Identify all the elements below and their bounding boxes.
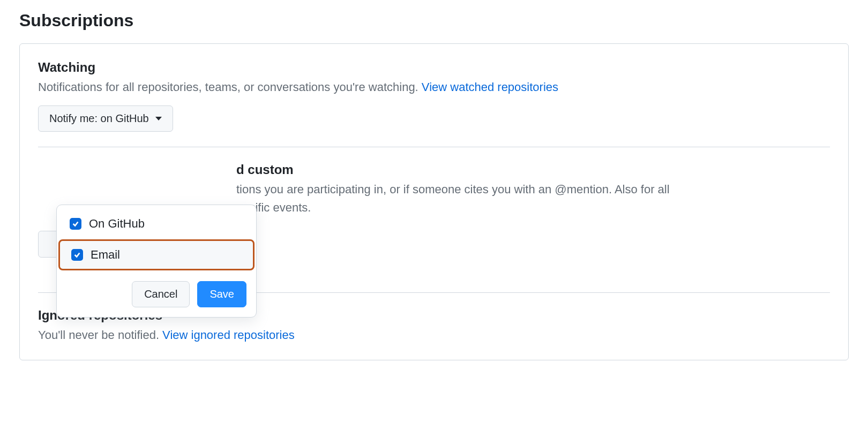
view-ignored-repos-link[interactable]: View ignored repositories [162, 328, 295, 342]
cancel-button[interactable]: Cancel [132, 281, 190, 307]
page-title: Subscriptions [19, 11, 849, 31]
checkbox-checked-icon [71, 249, 83, 261]
popover-actions: Cancel Save [57, 274, 256, 317]
ignored-desc-text: You'll never be notified. [38, 328, 162, 342]
caret-down-icon [155, 117, 162, 120]
section-divider [38, 147, 830, 147]
save-button[interactable]: Save [197, 281, 246, 307]
dropdown-label: Notify me: on GitHub [49, 112, 149, 125]
checkbox-checked-icon [70, 218, 81, 230]
watching-section: Watching Notifications for all repositor… [38, 60, 830, 132]
option-email[interactable]: Email [58, 239, 255, 270]
view-watched-repos-link[interactable]: View watched repositories [422, 80, 558, 94]
watching-desc-text: Notifications for all repositories, team… [38, 80, 422, 94]
notify-options-popover: On GitHub Email Cancel Save [56, 205, 257, 318]
option-on-github-label: On GitHub [89, 217, 145, 231]
watching-heading: Watching [38, 60, 830, 75]
ignored-description: You'll never be notified. View ignored r… [38, 326, 830, 344]
popover-options-list: On GitHub Email [57, 205, 256, 274]
option-on-github[interactable]: On GitHub [57, 208, 256, 239]
notify-me-dropdown[interactable]: Notify me: on GitHub [38, 105, 173, 132]
option-email-label: Email [91, 248, 120, 262]
participating-heading-fragment: d custom [38, 162, 830, 177]
watching-description: Notifications for all repositories, team… [38, 78, 830, 96]
subscriptions-card: Watching Notifications for all repositor… [19, 43, 849, 360]
participating-desc-line1: tions you are participating in, or if so… [38, 180, 830, 199]
